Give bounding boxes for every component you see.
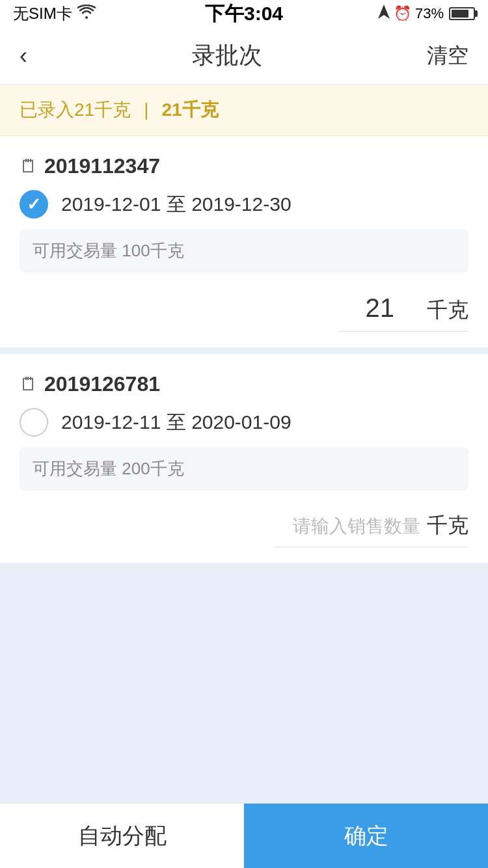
radio-button-1[interactable] [20, 190, 48, 219]
quantity-row-1: 21 千克 [0, 283, 488, 332]
summary-value: 21千克 [161, 98, 218, 122]
batch-availability-1: 可用交易量 100千克 [20, 229, 468, 273]
input-row-2: 请输入销售数量 千克 [0, 501, 488, 547]
bottom-bar: 自动分配 确定 [0, 803, 488, 868]
batch-card-2: 🗒 2019126781 2019-12-11 至 2020-01-09 可用交… [0, 354, 488, 563]
batch-header-2: 🗒 2019126781 [0, 354, 488, 403]
quantity-input-2[interactable]: 请输入销售数量 千克 [273, 511, 468, 547]
quantity-unit-2: 千克 [427, 511, 468, 540]
status-left: 无SIM卡 [13, 3, 96, 24]
alarm-icon: ⏰ [394, 5, 411, 22]
batch-availability-2: 可用交易量 200千克 [20, 447, 468, 491]
batch-header-1: 🗒 2019112347 [0, 136, 488, 185]
radio-button-2[interactable] [20, 408, 48, 437]
auto-distribute-button[interactable]: 自动分配 [0, 804, 244, 868]
status-bar: 无SIM卡 下午3:04 ⏰ 73% [0, 0, 488, 27]
summary-label: 已录入21千克 [20, 98, 131, 122]
page-title: 录批次 [192, 40, 262, 72]
location-icon [378, 5, 390, 23]
batch-date-1: 2019-12-01 至 2019-12-30 [61, 191, 291, 218]
battery-icon [449, 7, 475, 20]
quantity-placeholder-2: 请输入销售数量 [273, 514, 420, 539]
batch-card-1: 🗒 2019112347 2019-12-01 至 2019-12-30 可用交… [0, 136, 488, 347]
batch-icon-1: 🗒 [20, 156, 38, 177]
quantity-input-1: 21 千克 [338, 293, 468, 332]
wifi-icon [77, 5, 96, 23]
batch-date-row-2: 2019-12-11 至 2020-01-09 [0, 403, 488, 442]
status-time: 下午3:04 [205, 1, 283, 27]
batch-id-2: 2019126781 [44, 372, 160, 396]
quantity-unit-1: 千克 [427, 296, 468, 325]
section-divider [0, 347, 488, 354]
batch-id-1: 2019112347 [44, 154, 160, 178]
nav-bar: ‹ 录批次 清空 [0, 27, 488, 85]
carrier-text: 无SIM卡 [13, 3, 72, 24]
batch-date-2: 2019-12-11 至 2020-01-09 [61, 409, 291, 436]
batch-icon-2: 🗒 [20, 373, 38, 395]
confirm-button[interactable]: 确定 [244, 804, 488, 868]
back-button[interactable]: ‹ [20, 42, 27, 70]
status-right: ⏰ 73% [378, 5, 475, 23]
summary-banner: 已录入21千克 | 21千克 [0, 85, 488, 136]
battery-text: 73% [415, 5, 444, 22]
quantity-value-1: 21 [366, 293, 395, 323]
clear-button[interactable]: 清空 [427, 42, 468, 70]
summary-divider: | [144, 100, 148, 120]
batch-date-row-1: 2019-12-01 至 2019-12-30 [0, 185, 488, 224]
